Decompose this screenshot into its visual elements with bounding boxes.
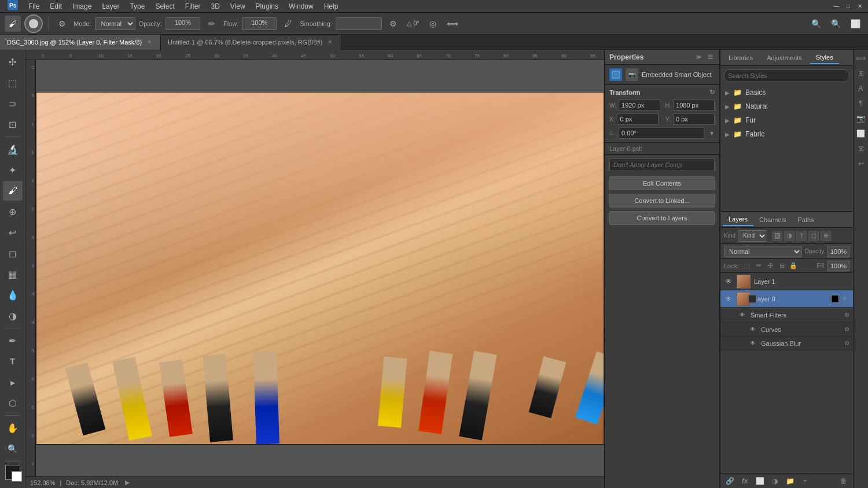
menu-filter[interactable]: Filter: [181, 1, 205, 12]
gaussian-blur-filter-item[interactable]: 👁 Gaussian Blur ⚙: [720, 337, 853, 350]
strip-icon-8[interactable]: ↩: [855, 157, 867, 170]
properties-menu-btn[interactable]: ☰: [705, 53, 715, 62]
properties-expand-btn[interactable]: ≫: [694, 53, 703, 62]
selection-tool[interactable]: ⬚: [3, 73, 23, 93]
styles-item-basics[interactable]: ▶ 📁 Basics: [724, 86, 849, 99]
opacity-airbrush-icon[interactable]: ✏: [204, 16, 220, 32]
tab-1-close[interactable]: ✕: [145, 38, 153, 46]
flow-input[interactable]: 100%: [242, 17, 277, 30]
angle-input[interactable]: [619, 127, 704, 139]
angle-dropdown-icon[interactable]: ▼: [709, 130, 715, 136]
brush-tool[interactable]: 🖌: [5, 16, 21, 32]
curves-visibility-icon[interactable]: 👁: [748, 325, 757, 334]
minimize-button[interactable]: —: [832, 1, 842, 12]
zoom-tool-left[interactable]: 🔍: [3, 439, 23, 459]
zoom-icon[interactable]: 🔍: [827, 16, 844, 32]
filter-adjust-icon[interactable]: ◑: [784, 231, 795, 241]
shape-tool[interactable]: ⬡: [3, 393, 23, 413]
convert-to-linked-button[interactable]: Convert to Linked...: [609, 194, 715, 208]
styles-item-natural[interactable]: ▶ 📁 Natural: [724, 99, 849, 113]
delete-layer-icon[interactable]: 🗑: [838, 475, 849, 487]
history-brush-tool[interactable]: ↩: [3, 223, 23, 242]
tab-libraries[interactable]: Libraries: [723, 52, 759, 64]
text-tool[interactable]: T: [3, 352, 23, 371]
lock-paint-icon[interactable]: ✏: [754, 261, 763, 271]
status-expand[interactable]: ▶: [125, 479, 130, 486]
path-select-tool[interactable]: ▸: [3, 372, 23, 392]
strip-icon-4[interactable]: ¶: [855, 97, 867, 110]
tab-adjustments[interactable]: Adjustments: [761, 52, 808, 64]
menu-image[interactable]: Image: [68, 1, 96, 12]
brush-options-btn[interactable]: ⚙: [54, 16, 70, 32]
filter-type-icon[interactable]: T: [796, 231, 807, 241]
smart-filters-item[interactable]: 👁 Smart Filters ⚙: [720, 308, 853, 323]
styles-item-fur[interactable]: ▶ 📁 Fur: [724, 113, 849, 127]
tab-layers[interactable]: Layers: [723, 213, 753, 226]
brush-size-picker[interactable]: [24, 14, 43, 33]
h-input[interactable]: [673, 99, 715, 111]
canvas-content[interactable]: [36, 60, 604, 476]
maximize-button[interactable]: □: [843, 1, 854, 12]
add-link-icon[interactable]: 🔗: [724, 475, 735, 487]
menu-help[interactable]: Help: [319, 1, 343, 12]
strip-icon-7[interactable]: ⊞: [855, 142, 867, 155]
menu-window[interactable]: Window: [284, 1, 318, 12]
filter-smart-icon[interactable]: ⊕: [821, 231, 831, 241]
smart-filters-options-icon[interactable]: ⚙: [844, 312, 849, 318]
add-adjustment-icon[interactable]: ◑: [769, 475, 781, 487]
strip-icon-6[interactable]: ⬜: [855, 127, 867, 140]
menu-file[interactable]: File: [24, 1, 44, 12]
tab-2-close[interactable]: ✕: [326, 38, 334, 46]
arrange-icon[interactable]: ⬜: [847, 16, 863, 32]
gradient-tool[interactable]: ▦: [3, 264, 23, 284]
symmetry-icon[interactable]: ⟺: [444, 16, 461, 32]
layer-item-layer0[interactable]: 👁 Layer 0 ⊕: [720, 290, 853, 308]
layer0-visibility-icon[interactable]: 👁: [724, 294, 733, 304]
flow-pen-icon[interactable]: 🖊: [280, 16, 296, 32]
filter-shape-icon[interactable]: ◻: [808, 231, 819, 241]
menu-select[interactable]: Select: [150, 1, 179, 12]
smart-filters-visibility-icon[interactable]: 👁: [738, 310, 747, 320]
strip-icon-5[interactable]: 📷: [855, 112, 867, 125]
move-tool[interactable]: ✣: [3, 52, 23, 72]
strip-icon-1[interactable]: ⟺: [855, 52, 867, 65]
clone-stamp-tool[interactable]: ⊕: [3, 202, 23, 221]
y-input[interactable]: [673, 113, 715, 125]
eyedropper-tool[interactable]: 🔬: [3, 139, 23, 159]
mode-select[interactable]: Normal: [95, 17, 135, 30]
tab-2[interactable]: Untitled-1 @ 66.7% (8.Delete-cropped-pix…: [161, 35, 341, 50]
hand-tool[interactable]: ✋: [3, 418, 23, 438]
gaussian-visibility-icon[interactable]: 👁: [748, 339, 757, 348]
styles-search-input[interactable]: [724, 69, 849, 82]
x-input[interactable]: [617, 113, 659, 125]
menu-type[interactable]: Type: [125, 1, 149, 12]
opacity-input[interactable]: 100%: [165, 17, 200, 30]
pressure-icon[interactable]: ◎: [425, 16, 441, 32]
styles-item-fabric[interactable]: ▶ 📁 Fabric: [724, 127, 849, 141]
convert-to-layers-button[interactable]: Convert to Layers: [609, 211, 715, 225]
transform-refresh-icon[interactable]: ↻: [709, 88, 715, 96]
fx-icon[interactable]: fx: [739, 475, 751, 487]
menu-edit[interactable]: Edit: [45, 1, 67, 12]
edit-contents-button[interactable]: Edit Contents: [609, 176, 715, 190]
canvas-image[interactable]: [36, 92, 604, 445]
menu-plugins[interactable]: Plugins: [251, 1, 283, 12]
smoothing-gear-icon[interactable]: ⚙: [385, 16, 402, 32]
menu-ps[interactable]: Ps: [3, 0, 23, 13]
add-mask-icon[interactable]: ⬜: [754, 475, 766, 487]
eraser-tool[interactable]: ◻: [3, 243, 23, 263]
tab-channels[interactable]: Channels: [753, 214, 792, 225]
curves-filter-item[interactable]: 👁 Curves ⚙: [720, 323, 853, 337]
strip-icon-2[interactable]: ⊞: [855, 67, 867, 80]
layer-item-layer1[interactable]: 👁 Layer 1: [720, 273, 853, 290]
lock-move-icon[interactable]: ✣: [766, 261, 775, 271]
filter-pixel-icon[interactable]: 🖼: [772, 231, 782, 241]
smoothing-input[interactable]: [336, 17, 382, 30]
brush-tool-left[interactable]: 🖌: [3, 181, 23, 201]
menu-view[interactable]: View: [226, 1, 250, 12]
angle-icon[interactable]: △ 0°: [405, 16, 421, 32]
lock-all-icon[interactable]: 🔒: [789, 261, 798, 271]
tab-paths[interactable]: Paths: [792, 214, 820, 225]
w-input[interactable]: [619, 99, 660, 111]
gaussian-options-icon[interactable]: ⚙: [844, 340, 849, 346]
